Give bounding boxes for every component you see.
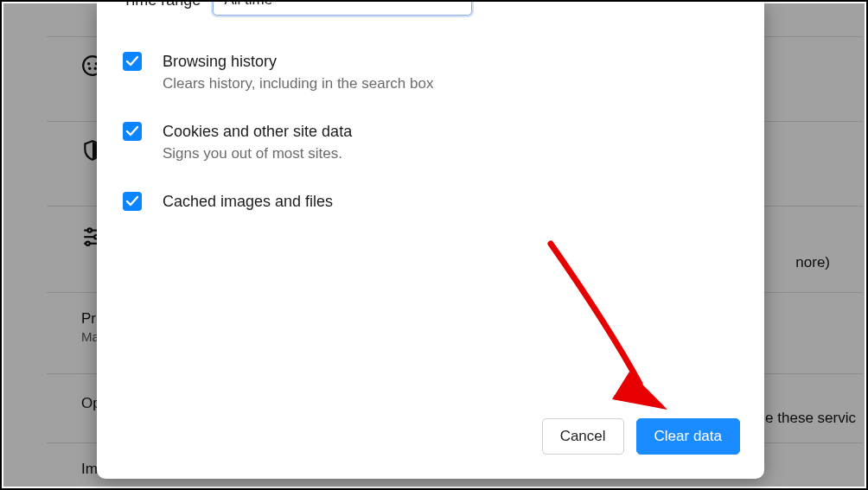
cancel-button[interactable]: Cancel (542, 418, 624, 455)
cancel-button-label: Cancel (560, 428, 606, 445)
clear-data-button[interactable]: Clear data (636, 418, 740, 455)
checkmark-icon (125, 194, 139, 208)
svg-point-10 (86, 242, 89, 245)
bg-more-text: nore) (795, 254, 830, 271)
checkbox-cache[interactable] (123, 192, 142, 211)
clear-browsing-data-dialog: Time range All time Browsing history Cle… (97, 2, 764, 479)
svg-point-6 (88, 228, 92, 232)
time-range-label: Time range (123, 2, 201, 10)
option-browsing-history[interactable]: Browsing history Clears history, includi… (123, 52, 738, 92)
time-range-row: Time range All time (123, 2, 472, 16)
option-cookies-subtitle: Signs you out of most sites. (163, 144, 352, 162)
option-browsing-title: Browsing history (163, 52, 433, 71)
time-range-value: All time (224, 2, 272, 9)
option-cookies-title: Cookies and other site data (163, 122, 352, 141)
checkmark-icon (125, 124, 139, 138)
checkbox-browsing-history[interactable] (123, 52, 142, 71)
svg-point-3 (88, 67, 91, 70)
clear-data-button-label: Clear data (654, 428, 722, 445)
option-browsing-subtitle: Clears history, including in the search … (163, 74, 433, 92)
dialog-button-row: Cancel Clear data (542, 418, 740, 455)
bg-services-text: le these servic (762, 410, 856, 427)
svg-point-1 (87, 62, 90, 65)
option-cache-title: Cached images and files (163, 192, 333, 211)
checkbox-cookies[interactable] (123, 122, 142, 141)
time-range-select[interactable]: All time (213, 2, 472, 16)
option-cookies[interactable]: Cookies and other site data Signs you ou… (123, 122, 738, 162)
option-cache[interactable]: Cached images and files (123, 192, 738, 211)
checkmark-icon (125, 54, 139, 68)
